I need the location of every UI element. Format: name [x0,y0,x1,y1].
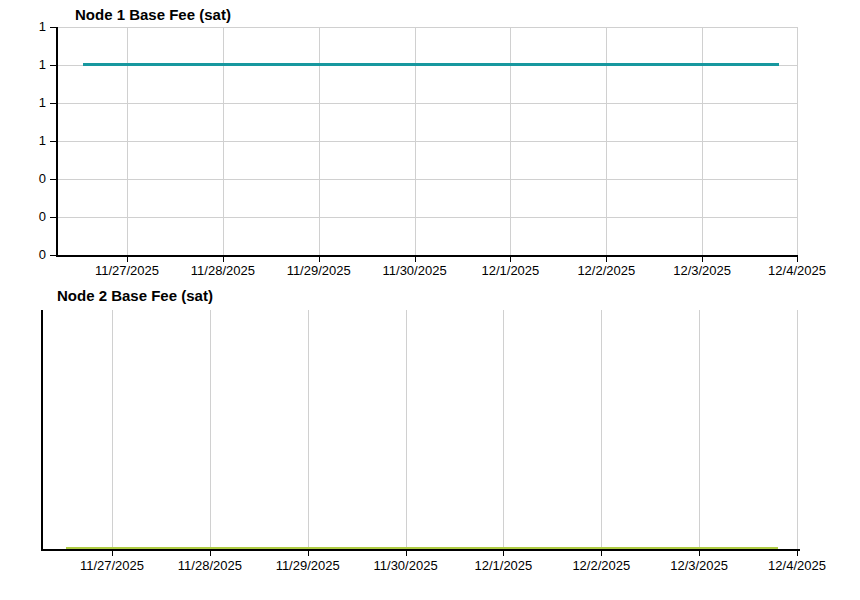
chart-2-v-gridline [112,310,113,549]
chart-2-x-tick [601,551,602,556]
chart-2-x-tick-label: 12/4/2025 [749,558,845,574]
chart-node-2-base-fee: Node 2 Base Fee (sat) 11/27/202511/28/20… [0,0,860,600]
chart-2-x-tick-label: 11/28/2025 [162,558,258,574]
chart-2-series-line [66,547,778,549]
chart-2-x-tick [210,551,211,556]
chart-2-x-tick [308,551,309,556]
chart-2-x-tick-label: 12/3/2025 [651,558,747,574]
charts-canvas: Node 1 Base Fee (sat) 111100011/27/20251… [0,0,860,600]
chart-2-x-tick [699,551,700,556]
chart-2-title: Node 2 Base Fee (sat) [57,287,213,304]
chart-2-v-gridline [308,310,309,549]
chart-2-v-gridline [210,310,211,549]
chart-2-v-gridline [601,310,602,549]
chart-2-plot-area [41,310,800,551]
chart-2-v-gridline [503,310,504,549]
chart-2-x-tick [406,551,407,556]
chart-2-v-gridline [406,310,407,549]
chart-2-v-gridline [699,310,700,549]
chart-2-x-tick [503,551,504,556]
chart-2-x-tick-label: 11/27/2025 [64,558,160,574]
chart-2-x-tick-label: 11/30/2025 [358,558,454,574]
chart-2-x-tick-label: 12/2/2025 [553,558,649,574]
chart-2-v-gridline [797,310,798,549]
chart-2-x-tick [797,551,798,556]
chart-2-x-tick-label: 11/29/2025 [260,558,356,574]
chart-2-x-tick-label: 12/1/2025 [455,558,551,574]
chart-2-x-tick [112,551,113,556]
